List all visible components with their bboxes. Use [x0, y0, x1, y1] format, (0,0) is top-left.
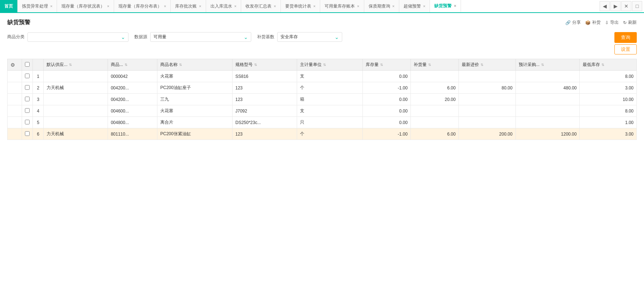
row-checkbox-1[interactable]	[25, 85, 30, 90]
supplier-sort-icon[interactable]: ⇅	[69, 63, 72, 67]
header-actions: 🔗 分享 📦 补货 ⇩ 导出 ↻ 刷新	[565, 19, 637, 26]
th-unit-label: 主计量单位	[300, 62, 322, 68]
replenish-label: 补货	[592, 19, 601, 26]
select-all-checkbox[interactable]	[25, 62, 30, 67]
top-navigation: 首页 拣货异常处理×现存量（库存状况表）×现存量（库存分布表）×库存批次账×出入…	[0, 0, 644, 13]
nav-tabs-container: 拣货异常处理×现存量（库存状况表）×现存量（库存分布表）×库存批次账×出入库流水…	[18, 0, 461, 12]
cell-replenish-1: 6.00	[411, 82, 459, 94]
table-row: 6 力天机械 801110... PC200张紧油缸 123 个 -1.00 6…	[8, 128, 637, 140]
unit-sort-icon[interactable]: ⇅	[323, 63, 326, 67]
table-row: 2 力天机械 004200... PC200油缸座子 123 个 -1.00 6…	[8, 82, 637, 94]
th-stock: 库存量 ⇅	[363, 59, 411, 71]
cell-unit-4: 只	[297, 117, 363, 128]
cell-latest-price-1: 80.00	[459, 82, 515, 94]
tab-close-3[interactable]: ×	[199, 4, 201, 8]
nav-tab-5[interactable]: 收发存汇总表×	[241, 0, 280, 12]
name-sort-icon[interactable]: ⇅	[179, 63, 182, 67]
export-button[interactable]: ⇩ 导出	[605, 19, 619, 26]
cell-name-4: 离合片	[157, 117, 232, 128]
code-sort-icon[interactable]: ⇅	[125, 63, 127, 67]
settings-icon[interactable]: ⚙	[10, 62, 15, 68]
cell-supplier-0	[44, 71, 108, 82]
tab-close-10[interactable]: ×	[454, 4, 456, 8]
nav-fullscreen-button[interactable]: □	[632, 1, 642, 11]
replenish-filter-select[interactable]: 安全库存 ⌄	[277, 32, 342, 42]
row-checkbox-5[interactable]	[25, 131, 30, 136]
cell-stock-5: -1.00	[363, 128, 411, 140]
th-spec: 规格型号 ⇅	[232, 59, 297, 71]
cell-checkbox-4	[22, 117, 33, 128]
nav-tab-7[interactable]: 可用量库存账本×	[320, 0, 364, 12]
tab-close-5[interactable]: ×	[274, 4, 276, 8]
nav-tab-3[interactable]: 库存批次账×	[171, 0, 206, 12]
replenish-button[interactable]: 📦 补货	[585, 19, 601, 26]
row-checkbox-3[interactable]	[25, 108, 30, 113]
category-filter-select[interactable]: ⌄	[27, 32, 129, 42]
nav-tab-home[interactable]: 首页	[0, 0, 18, 12]
nav-prev-button[interactable]: ◀	[600, 1, 610, 11]
tab-close-2[interactable]: ×	[164, 4, 166, 8]
row-checkbox-2[interactable]	[25, 97, 30, 101]
tab-close-8[interactable]: ×	[392, 4, 395, 8]
min-stock-sort-icon[interactable]: ⇅	[601, 63, 604, 67]
nav-controls: ◀ ▶ ✕ □	[598, 1, 644, 11]
th-settings[interactable]: ⚙	[8, 59, 22, 71]
category-dropdown-icon: ⌄	[121, 34, 125, 40]
share-button[interactable]: 🔗 分享	[565, 19, 581, 26]
cell-seq-2: 3	[33, 94, 44, 105]
cell-min-stock-0: 8.00	[580, 71, 637, 82]
tab-close-4[interactable]: ×	[234, 4, 236, 8]
nav-tab-10[interactable]: 缺货预警×	[430, 0, 461, 12]
setting-button[interactable]: 设置	[614, 44, 637, 54]
cell-settings-1	[8, 82, 22, 94]
tab-label-0: 拣货异常处理	[22, 3, 48, 9]
tab-close-1[interactable]: ×	[107, 4, 109, 8]
cell-spec-3: J7092	[232, 105, 297, 117]
stock-sort-icon[interactable]: ⇅	[380, 63, 383, 67]
tab-close-0[interactable]: ×	[50, 4, 52, 8]
datasource-filter-select[interactable]: 可用量 ⌄	[150, 32, 251, 42]
tab-label-4: 出入库流水	[210, 3, 232, 9]
cell-supplier-5: 力天机械	[44, 128, 108, 140]
estimate-buy-sort-icon[interactable]: ⇅	[541, 63, 544, 67]
cell-estimate-buy-5: 1200.00	[515, 128, 580, 140]
th-code-label: 商品...	[111, 62, 123, 68]
nav-tab-0[interactable]: 拣货异常处理×	[18, 0, 57, 12]
row-checkbox-4[interactable]	[25, 120, 30, 124]
nav-tab-6[interactable]: 要货单统计表×	[281, 0, 320, 12]
datasource-dropdown-icon: ⌄	[244, 34, 248, 40]
cell-code-3: 004600...	[108, 105, 157, 117]
replenish-sort-icon[interactable]: ⇅	[428, 63, 431, 67]
cell-spec-2: 123	[232, 94, 297, 105]
nav-tab-8[interactable]: 保质期查询×	[364, 0, 399, 12]
cell-seq-0: 1	[33, 71, 44, 82]
cell-spec-0: SS816	[232, 71, 297, 82]
tab-close-9[interactable]: ×	[423, 4, 425, 8]
nav-tab-4[interactable]: 出入库流水×	[206, 0, 241, 12]
nav-next-button[interactable]: ▶	[610, 1, 621, 11]
nav-tab-9[interactable]: 超储预警×	[399, 0, 430, 12]
latest-price-sort-icon[interactable]: ⇅	[480, 63, 483, 67]
th-seq	[33, 59, 44, 71]
table-row: 4 004600... 火花塞 J7092 支 0.00 8.00	[8, 105, 637, 117]
row-checkbox-0[interactable]	[25, 74, 30, 78]
cell-latest-price-0	[459, 71, 515, 82]
nav-close-button[interactable]: ✕	[621, 1, 631, 11]
cell-supplier-1: 力天机械	[44, 82, 108, 94]
tab-close-7[interactable]: ×	[357, 4, 359, 8]
category-filter-label: 商品分类	[7, 34, 25, 40]
th-latest-price: 最新进价 ⇅	[459, 59, 515, 71]
cell-name-1: PC200油缸座子	[157, 82, 232, 94]
nav-tab-1[interactable]: 现存量（库存状况表）×	[57, 0, 114, 12]
home-label: 首页	[4, 3, 13, 9]
tab-label-2: 现存量（库存分布表）	[118, 3, 162, 9]
query-button[interactable]: 查询	[614, 32, 637, 43]
nav-tab-2[interactable]: 现存量（库存分布表）×	[114, 0, 171, 12]
cell-checkbox-3	[22, 105, 33, 117]
cell-min-stock-5: 3.00	[580, 128, 637, 140]
spec-sort-icon[interactable]: ⇅	[254, 63, 257, 67]
cell-stock-3: 0.00	[363, 105, 411, 117]
tab-close-6[interactable]: ×	[313, 4, 316, 8]
cell-seq-3: 4	[33, 105, 44, 117]
refresh-button[interactable]: ↻ 刷新	[623, 19, 637, 26]
